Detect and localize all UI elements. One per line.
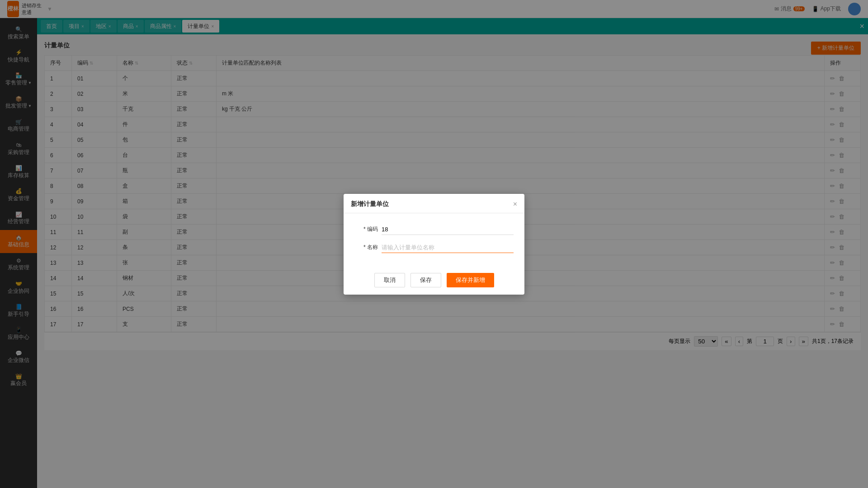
code-label: * 编码 xyxy=(354,225,382,233)
modal-dialog: 新增计量单位 × * 编码 * 名称 取消 保存 保存并新增 xyxy=(344,194,524,295)
save-new-button[interactable]: 保存并新增 xyxy=(447,273,494,287)
modal-footer: 取消 保存 保存并新增 xyxy=(344,267,524,295)
modal-body: * 编码 * 名称 xyxy=(344,213,524,267)
modal-title: 新增计量单位 xyxy=(351,200,389,208)
modal-header: 新增计量单位 × xyxy=(344,194,524,213)
modal-close-button[interactable]: × xyxy=(513,200,517,208)
form-row-code: * 编码 xyxy=(354,224,514,235)
name-label: * 名称 xyxy=(354,244,382,251)
modal-overlay: 新增计量单位 × * 编码 * 名称 取消 保存 保存并新增 xyxy=(0,0,868,488)
cancel-button[interactable]: 取消 xyxy=(374,273,405,287)
save-button[interactable]: 保存 xyxy=(410,273,441,287)
name-input[interactable] xyxy=(382,242,514,253)
form-row-name: * 名称 xyxy=(354,242,514,253)
code-input[interactable] xyxy=(382,224,514,235)
